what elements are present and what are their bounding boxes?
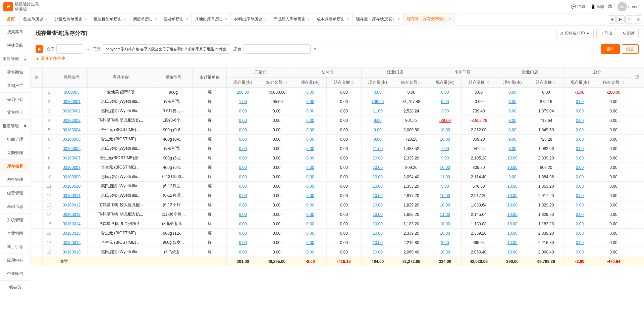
app-download-btn[interactable]: 📱 App下载 <box>591 4 612 9</box>
table-cell[interactable]: 10.00 <box>496 182 529 191</box>
table-cell[interactable]: 0.00 <box>294 182 327 191</box>
table-cell[interactable]: 0.00 <box>227 116 259 125</box>
nav-prev-btn[interactable]: ◀ <box>608 15 616 24</box>
tab-zuzhechaichu[interactable]: 组装拆卸单历史 × <box>90 13 129 26</box>
table-cell[interactable]: 10.00 <box>496 229 529 238</box>
table-cell[interactable]: 0.00 <box>227 144 259 153</box>
close-icon[interactable]: × <box>449 17 451 21</box>
tab-cailiaochuku[interactable]: 材料出库单历史 × <box>231 13 270 26</box>
refresh-btn[interactable]: ↻ 刷新 <box>619 29 639 38</box>
table-cell[interactable]: 11.00 <box>429 210 461 219</box>
table-cell[interactable]: 6.00 <box>496 106 529 116</box>
table-cell[interactable]: 3.00 <box>429 106 461 116</box>
table-cell[interactable]: 0.00 <box>564 106 596 116</box>
table-cell[interactable]: 0.00 <box>227 172 259 182</box>
table-cell[interactable]: 11.00 <box>361 144 394 153</box>
table-cell[interactable]: 0.00 <box>294 210 327 219</box>
warehouse-input[interactable] <box>56 44 83 54</box>
tab-home[interactable]: 首页 <box>2 13 20 26</box>
close-icon[interactable]: × <box>186 17 188 21</box>
table-cell[interactable]: 00100013 <box>56 210 87 219</box>
tab-chengpinruku[interactable]: 产成品入库单历史 × <box>270 13 313 26</box>
table-cell[interactable]: 10.00 <box>361 229 394 238</box>
table-cell[interactable]: 00100015 <box>56 229 87 238</box>
table-cell[interactable]: 00100012 <box>56 200 87 210</box>
sidebar-item-appcenter[interactable]: 应用中心 <box>0 254 30 267</box>
tab-kucunqingkuang[interactable]: 现存量（库存状况表）× <box>353 13 404 26</box>
table-cell[interactable]: 9.00 <box>429 153 461 163</box>
more-conditions-btn[interactable]: ▼ 展开更多条件 <box>36 54 639 63</box>
table-cell[interactable]: 00100003 <box>56 116 87 125</box>
sidebar-item-member[interactable]: 会员中心 <box>0 93 30 106</box>
sidebar-item-retailstats[interactable]: 零售统计 <box>0 106 30 120</box>
table-cell[interactable]: 10.00 <box>496 200 529 210</box>
table-cell[interactable]: 0.00 <box>227 219 259 229</box>
tab-yaohuo[interactable]: 要货单历史 × <box>160 13 192 26</box>
table-cell[interactable]: 0.00 <box>227 135 259 144</box>
table-cell[interactable]: 0.00 <box>564 247 596 257</box>
table-cell[interactable]: 10.00 <box>361 153 394 163</box>
table-cell[interactable]: 0.00 <box>564 163 596 172</box>
table-cell[interactable]: 10.00 <box>496 153 529 163</box>
tab-qitachuku[interactable]: 其他出库单历史 × <box>192 13 231 26</box>
table-cell[interactable]: 0.00 <box>564 144 596 153</box>
table-cell[interactable]: 00100006 <box>56 144 87 153</box>
table-cell[interactable]: 00100009 <box>56 172 87 182</box>
tab-fenpandian[interactable]: 分量盘点单历史 × <box>51 13 90 26</box>
table-cell[interactable]: 0.00 <box>227 247 259 257</box>
table-cell[interactable]: 10.00 <box>361 172 394 182</box>
table-cell[interactable]: 0.00 <box>227 125 259 135</box>
table-cell[interactable]: 0.00 <box>294 116 327 125</box>
table-cell[interactable]: 10.00 <box>496 191 529 200</box>
table-cell[interactable]: 0.00 <box>564 219 596 229</box>
table-cell[interactable]: 0.00 <box>294 135 327 144</box>
table-cell[interactable]: 10.00 <box>496 163 529 172</box>
close-icon[interactable]: × <box>347 17 349 21</box>
table-cell[interactable]: 5.00 <box>429 182 461 191</box>
table-cell[interactable]: 00100007 <box>56 153 87 163</box>
table-cell[interactable]: 3.00 <box>429 238 461 247</box>
table-cell[interactable]: 3.00 <box>496 97 529 106</box>
table-cell[interactable]: 10.00 <box>361 238 394 247</box>
table-cell[interactable]: 0.00 <box>294 191 327 200</box>
table-cell[interactable]: 11.00 <box>429 172 461 182</box>
table-cell[interactable]: 10.00 <box>429 163 461 172</box>
close-icon[interactable]: × <box>124 17 126 21</box>
table-cell[interactable]: 9.00 <box>361 116 394 125</box>
table-cell[interactable]: 0.00 <box>361 88 394 97</box>
nav-next-btn[interactable]: ▶ <box>616 15 625 24</box>
tab-kucunfenbu[interactable]: 现存量（库存分布表）× <box>404 13 455 26</box>
table-cell[interactable]: 8.00 <box>496 144 529 153</box>
table-cell[interactable]: 0.00 <box>294 172 327 182</box>
table-cell[interactable]: -39.00 <box>429 116 461 125</box>
settings-btn[interactable]: 设置 <box>622 44 639 54</box>
table-cell[interactable]: 00100005 <box>56 135 87 144</box>
close-icon[interactable]: × <box>264 17 266 21</box>
close-icon[interactable]: × <box>85 17 87 21</box>
sidebar-item-wxwork[interactable]: 企业微信 <box>0 267 30 281</box>
sidebar-item-inventory[interactable]: 库存核算 <box>0 160 30 173</box>
sidebar-item-retailshop[interactable]: 零售商城 <box>0 66 30 79</box>
table-cell[interactable]: 0.00 <box>294 247 327 257</box>
table-cell[interactable]: 00100010 <box>56 182 87 191</box>
table-cell[interactable]: 10.00 <box>429 229 461 238</box>
sidebar-item-guide[interactable]: 新手引导 <box>0 240 30 254</box>
table-cell[interactable]: 10.00 <box>361 163 394 172</box>
sidebar-item-wholesale[interactable]: 批发管理 ▼ <box>0 120 30 133</box>
table-cell[interactable]: 0.00 <box>294 219 327 229</box>
table-cell[interactable]: 0.00 <box>564 238 596 247</box>
table-cell[interactable]: 10.00 <box>361 191 394 200</box>
table-cell[interactable]: 1.00 <box>227 97 259 106</box>
table-cell[interactable]: 10.00 <box>429 219 461 229</box>
table-cell[interactable]: 0000003 <box>56 88 87 97</box>
sidebar-item-purchase[interactable]: 采购管理 <box>0 146 30 160</box>
close-icon[interactable]: × <box>225 17 227 21</box>
tab-chenbenzhengdan[interactable]: 成本调整单历史 × <box>313 13 353 26</box>
th-settings[interactable]: ⚙ <box>31 67 43 88</box>
table-cell[interactable]: 7.00 <box>429 144 461 153</box>
table-cell[interactable]: 11.00 <box>361 106 394 116</box>
close-icon[interactable]: × <box>398 17 400 21</box>
color-input[interactable] <box>244 44 311 54</box>
sidebar-item-marketing[interactable]: 营销推广 <box>0 79 30 93</box>
table-cell[interactable]: 0.00 <box>227 210 259 219</box>
